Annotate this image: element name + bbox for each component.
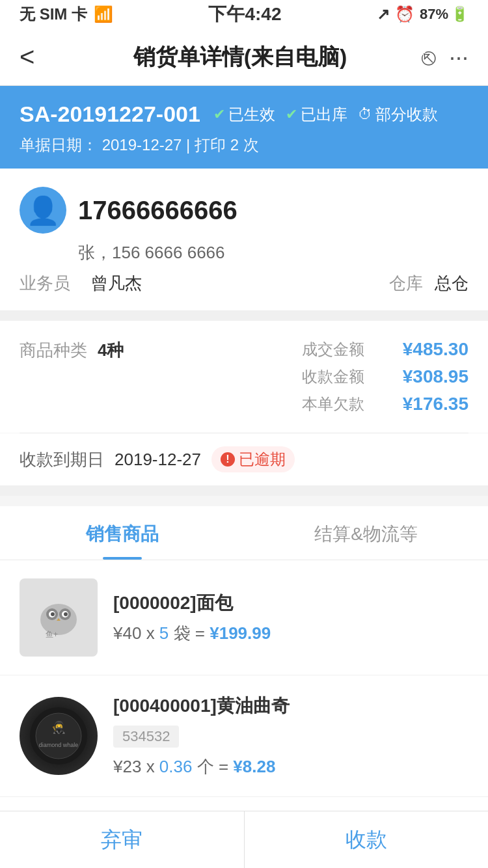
customer-info-row: 业务员 曾凡杰 仓库 总仓 <box>20 272 468 295</box>
more-icon[interactable]: ··· <box>449 44 468 71</box>
warehouse-name: 总仓 <box>435 272 468 295</box>
product-multiply-2: x <box>146 757 159 776</box>
badge-active: ✔ 已生效 <box>213 104 275 125</box>
section-divider-2 <box>0 485 488 496</box>
nav-bar: < 销货单详情(来自电脑) ⎋ ··· <box>0 29 488 86</box>
meta-date-value: 2019-12-27 <box>102 136 182 154</box>
summary-right: 成交金额 ¥485.30 收款金额 ¥308.95 本单欠款 ¥176.35 <box>302 339 468 414</box>
meta-print-info: | 打印 2 次 <box>186 136 259 154</box>
status-bar: 无 SIM 卡 📶 下午4:42 ↗ ⏰ 87% 🔋 <box>0 0 488 29</box>
product-price-1: ¥40 <box>113 623 141 643</box>
category-label: 商品种类 <box>20 339 87 362</box>
debt-label: 本单欠款 <box>302 394 364 414</box>
clock-icon: ⏱ <box>358 106 372 123</box>
product-total-1: ¥199.99 <box>210 623 271 643</box>
check-icon-1: ✔ <box>213 106 225 123</box>
received-label: 收款金额 <box>302 366 364 387</box>
product-item-1: 鱼+ [0000002]面包 ¥40 x 5 袋 = ¥199.99 <box>0 560 488 675</box>
due-label: 收款到期日 <box>20 448 104 471</box>
order-id: SA-20191227-001 <box>20 102 200 127</box>
order-meta: 单据日期： 2019-12-27 | 打印 2 次 <box>20 135 468 156</box>
product-unit-2: 个 <box>197 757 214 776</box>
status-right: ↗ ⏰ 87% 🔋 <box>377 5 468 23</box>
customer-section: 👤 17666666666 张，156 6666 6666 业务员 曾凡杰 仓库… <box>0 169 488 310</box>
product-thumb-1: 鱼+ <box>20 578 98 657</box>
overdue-badge: ! 已逾期 <box>211 446 295 472</box>
back-icon: < <box>20 42 34 71</box>
battery-icon: 🔋 <box>451 6 468 23</box>
owl-icon: 鱼+ <box>36 595 81 640</box>
svg-text:鱼+: 鱼+ <box>46 630 58 639</box>
avatar: 👤 <box>20 187 66 234</box>
tab-settlement[interactable]: 结算&物流等 <box>244 506 488 560</box>
nav-actions: ⎋ ··· <box>422 44 468 71</box>
svg-point-5 <box>51 612 55 616</box>
category-count: 4种 <box>98 339 124 362</box>
amount-label: 成交金额 <box>302 339 364 360</box>
order-header: SA-20191227-001 ✔ 已生效 ✔ 已出库 ⏱ 部分收款 单据日期：… <box>0 86 488 169</box>
order-header-top: SA-20191227-001 ✔ 已生效 ✔ 已出库 ⏱ 部分收款 <box>20 102 468 127</box>
summary-section: 商品种类 4种 成交金额 ¥485.30 收款金额 ¥308.95 本单欠款 ¥… <box>0 321 488 433</box>
customer-top: 👤 17666666666 <box>20 187 468 234</box>
product-thumb-placeholder-1: 鱼+ <box>20 578 98 657</box>
sales-name: 曾凡杰 <box>91 272 142 295</box>
page-title: 销货单详情(来自电脑) <box>133 42 347 72</box>
product-name-1: [0000002]面包 <box>113 591 468 616</box>
alarm-icon: ⏰ <box>395 5 414 23</box>
share-icon[interactable]: ⎋ <box>422 44 436 71</box>
product-info-1: [0000002]面包 ¥40 x 5 袋 = ¥199.99 <box>113 591 468 645</box>
due-date-value: 2019-12-27 <box>115 450 201 470</box>
section-divider-1 <box>0 310 488 321</box>
carrier-text: 无 SIM 卡 <box>20 4 87 25</box>
overdue-dot-icon: ! <box>221 452 235 467</box>
bottom-actions: 弃审 收款 <box>0 811 488 868</box>
discard-button[interactable]: 弃审 <box>0 811 245 868</box>
category-row: 商品种类 4种 <box>20 339 302 362</box>
wifi-icon: 📶 <box>94 5 113 23</box>
svg-point-10 <box>36 713 81 759</box>
debt-value: ¥176.35 <box>377 394 468 414</box>
product-unit-1: 袋 <box>174 623 191 643</box>
battery-display: 87% 🔋 <box>420 6 468 23</box>
amount-row: 成交金额 ¥485.30 <box>302 339 468 360</box>
product-name-2: [000400001]黄油曲奇 <box>113 694 468 718</box>
product-thumb-inner-2: 🥷 diamond whale <box>20 697 98 775</box>
status-left: 无 SIM 卡 📶 <box>20 4 113 25</box>
svg-text:🥷: 🥷 <box>51 720 66 735</box>
product-multiply-1: x <box>146 623 159 643</box>
amount-value: ¥485.30 <box>377 339 468 360</box>
product-item-2: 🥷 diamond whale [000400001]黄油曲奇 534532 ¥… <box>0 675 488 797</box>
product-info-2: [000400001]黄油曲奇 534532 ¥23 x 0.36 个 = ¥8… <box>113 694 468 778</box>
product-equals-1: = <box>195 623 210 643</box>
user-icon: 👤 <box>26 195 60 226</box>
sales-label: 业务员 <box>20 272 91 295</box>
product-price-2: ¥23 <box>113 757 141 776</box>
product-price-row-2: ¥23 x 0.36 个 = ¥8.28 <box>113 755 468 778</box>
warehouse-label: 仓库 <box>389 272 435 295</box>
summary-left: 商品种类 4种 <box>20 339 302 414</box>
received-value: ¥308.95 <box>377 366 468 387</box>
product-price-row-1: ¥40 x 5 袋 = ¥199.99 <box>113 622 468 645</box>
overdue-text: 已逾期 <box>239 449 286 470</box>
collect-payment-button[interactable]: 收款 <box>245 811 489 868</box>
debt-row: 本单欠款 ¥176.35 <box>302 394 468 414</box>
time-display: 下午4:42 <box>208 2 281 27</box>
tab-sales-products[interactable]: 销售商品 <box>0 506 244 560</box>
product-qty-1: 5 <box>159 623 169 643</box>
product-total-2: ¥8.28 <box>233 757 275 776</box>
check-icon-2: ✔ <box>286 106 297 123</box>
product-equals-2: = <box>219 757 233 776</box>
tabs-section: 销售商品 结算&物流等 <box>0 506 488 560</box>
back-button[interactable]: < <box>20 42 59 72</box>
customer-username: 17666666666 <box>78 196 237 225</box>
meta-date-label: 单据日期： <box>20 136 98 154</box>
due-section: 收款到期日 2019-12-27 ! 已逾期 <box>0 433 488 485</box>
order-badges: ✔ 已生效 ✔ 已出库 ⏱ 部分收款 <box>213 104 438 125</box>
received-row: 收款金额 ¥308.95 <box>302 366 468 387</box>
cookie-brand-icon: 🥷 diamond whale <box>29 707 88 765</box>
badge-shipped: ✔ 已出库 <box>286 104 347 125</box>
product-sku-badge-2: 534532 <box>113 726 179 748</box>
location-icon: ↗ <box>377 5 390 23</box>
badge-partial: ⏱ 部分收款 <box>358 104 438 125</box>
product-thumb-2: 🥷 diamond whale <box>20 697 98 775</box>
